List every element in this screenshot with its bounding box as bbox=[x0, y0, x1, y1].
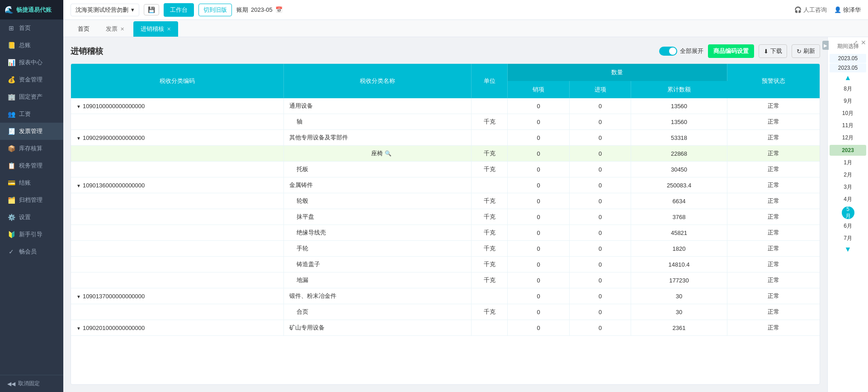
expand-icon[interactable]: ▼ bbox=[76, 326, 81, 331]
sidebar-item-funds[interactable]: 💰 资金管理 bbox=[0, 71, 63, 88]
td-code bbox=[71, 146, 284, 162]
td-jin: 0 bbox=[569, 225, 631, 241]
tab-reconcile-close-icon[interactable]: ✕ bbox=[167, 26, 171, 32]
td-total: 30 bbox=[631, 288, 727, 304]
td-total: 6634 bbox=[631, 193, 727, 209]
expand-toggle[interactable] bbox=[659, 47, 677, 56]
th-status: 预警状态 bbox=[727, 64, 820, 98]
period-display: 账期 2023-05 📅 bbox=[236, 6, 283, 14]
td-total: 30 bbox=[631, 304, 727, 320]
sidebar-item-label: 税务管理 bbox=[19, 162, 42, 170]
unpin-icon: ◀◀ bbox=[7, 381, 15, 387]
sidebar-item-label: 结账 bbox=[19, 179, 31, 187]
service-icon: 🎧 bbox=[794, 6, 802, 13]
expand-toggle-container: 全部展开 bbox=[659, 47, 703, 56]
month-item[interactable]: 12月 bbox=[830, 132, 866, 144]
sidebar-item-settlement[interactable]: 💳 结账 bbox=[0, 174, 63, 191]
download-button[interactable]: ⬇ 下载 bbox=[759, 44, 787, 58]
expand-icon[interactable]: ▼ bbox=[76, 104, 81, 109]
expand-icon[interactable]: ▼ bbox=[76, 136, 81, 141]
td-unit bbox=[472, 320, 508, 336]
td-jin: 0 bbox=[569, 257, 631, 272]
company-selector[interactable]: 沈海英测试经营勿删 ▾ bbox=[71, 4, 139, 16]
invoices-icon: 🧾 bbox=[7, 128, 15, 135]
sidebar-item-tax[interactable]: 📋 税务管理 bbox=[0, 157, 63, 174]
period-row-2[interactable]: 2023.05 bbox=[830, 63, 866, 72]
topbar-right: 🎧 人工咨询 👤 徐泽华 bbox=[794, 6, 861, 14]
month-item[interactable]: 2023 bbox=[830, 145, 866, 156]
month-item[interactable]: 2月 bbox=[830, 169, 866, 181]
sidebar-unpin-button[interactable]: ◀◀ 取消固定 bbox=[0, 375, 63, 392]
month-item[interactable]: 4月 bbox=[830, 193, 866, 206]
refresh-button[interactable]: ↻ 刷新 bbox=[792, 44, 820, 58]
month-item[interactable]: 10月 bbox=[830, 107, 866, 120]
workspace-button[interactable]: 工作台 bbox=[164, 3, 194, 17]
sidebar-item-archives[interactable]: 🗂️ 归档管理 bbox=[0, 191, 63, 209]
expand-panel-button[interactable]: ⤢ bbox=[853, 39, 858, 46]
month-item[interactable]: 1月 bbox=[830, 157, 866, 169]
sidebar-item-assets[interactable]: 🏢 固定资产 bbox=[0, 88, 63, 105]
guide-icon: 🔰 bbox=[7, 231, 15, 238]
sidebar-item-label: 归档管理 bbox=[19, 196, 42, 204]
td-xiao: 0 bbox=[508, 320, 570, 336]
sidebar-item-payroll[interactable]: 👥 工资 bbox=[0, 105, 63, 123]
tab-reconcile[interactable]: 进销稽核 ✕ bbox=[133, 21, 178, 37]
period-row-1[interactable]: 2023.05 bbox=[830, 54, 866, 63]
search-icon[interactable]: 🔍 bbox=[385, 150, 392, 157]
months-list: 8月9月10月11月12月20231月2月3月4月5月6月7月 bbox=[830, 83, 866, 244]
save-button[interactable]: 💾 bbox=[144, 4, 159, 15]
sidebar-item-guide[interactable]: 🔰 新手引导 bbox=[0, 226, 63, 243]
td-total: 177230 bbox=[631, 272, 727, 288]
month-item[interactable]: 11月 bbox=[830, 120, 866, 132]
funds-icon: 💰 bbox=[7, 76, 15, 83]
td-total: 3768 bbox=[631, 209, 727, 225]
sidebar-item-member[interactable]: ✓ 畅会员 bbox=[0, 243, 63, 260]
service-label: 人工咨询 bbox=[803, 6, 827, 14]
user-menu[interactable]: 👤 徐泽华 bbox=[834, 6, 861, 14]
month-item[interactable]: 7月 bbox=[830, 232, 866, 244]
td-unit bbox=[472, 288, 508, 304]
switch-version-button[interactable]: 切到旧版 bbox=[198, 4, 232, 16]
settlement-icon: 💳 bbox=[7, 179, 15, 186]
settings-icon: ⚙️ bbox=[7, 214, 15, 221]
month-item[interactable]: 9月 bbox=[830, 95, 866, 107]
sidebar-item-label: 畅会员 bbox=[19, 248, 37, 256]
td-jin: 0 bbox=[569, 320, 631, 336]
td-code: ▼1090136000000000000 bbox=[71, 177, 284, 193]
page-title: 进销稽核 bbox=[71, 46, 103, 57]
month-item[interactable]: 3月 bbox=[830, 181, 866, 193]
tab-invoices[interactable]: 发票 ✕ bbox=[99, 21, 132, 37]
expand-icon[interactable]: ▼ bbox=[76, 183, 81, 188]
app-logo: 🌊 畅捷通易代账 bbox=[0, 0, 63, 19]
td-unit: 千克 bbox=[472, 241, 508, 257]
product-code-button[interactable]: 商品编码设置 bbox=[708, 44, 754, 58]
months-down-arrow[interactable]: ▼ bbox=[830, 244, 866, 254]
month-item[interactable]: 5月 bbox=[842, 206, 854, 219]
unpin-label: 取消固定 bbox=[18, 380, 40, 387]
sidebar-item-reports[interactable]: 📊 报表中心 bbox=[0, 54, 63, 71]
sidebar-item-label: 首页 bbox=[19, 24, 31, 32]
sidebar-item-inventory[interactable]: 📦 库存核算 bbox=[0, 140, 63, 157]
sidebar-item-ledger[interactable]: 📒 总账 bbox=[0, 37, 63, 54]
tab-invoices-close-icon[interactable]: ✕ bbox=[120, 26, 124, 32]
tab-home[interactable]: 首页 bbox=[71, 21, 97, 37]
td-jin: 0 bbox=[569, 130, 631, 146]
sidebar-item-settings[interactable]: ⚙️ 设置 bbox=[0, 209, 63, 226]
calendar-icon[interactable]: 📅 bbox=[275, 6, 283, 13]
table-row: ▼1090137000000000000 锻件、粉末冶金件 0 0 30 正常 bbox=[71, 288, 820, 304]
months-up-arrow[interactable]: ▲ bbox=[830, 73, 866, 83]
td-code bbox=[71, 272, 284, 288]
close-panel-button[interactable]: ✕ bbox=[861, 39, 866, 46]
expand-icon[interactable]: ▼ bbox=[76, 294, 81, 299]
download-icon: ⬇ bbox=[764, 48, 769, 55]
month-item[interactable]: 8月 bbox=[830, 83, 866, 95]
service-button[interactable]: 🎧 人工咨询 bbox=[794, 6, 827, 14]
td-total: 53318 bbox=[631, 130, 727, 146]
panel-toggle-button[interactable]: ▶ bbox=[822, 41, 829, 50]
sidebar-item-invoices[interactable]: 🧾 发票管理 bbox=[0, 123, 63, 140]
td-name: 通用设备 bbox=[284, 98, 472, 114]
td-jin: 0 bbox=[569, 98, 631, 114]
sidebar-item-home[interactable]: ⊞ 首页 bbox=[0, 19, 63, 37]
td-xiao: 0 bbox=[508, 130, 570, 146]
month-item[interactable]: 6月 bbox=[830, 220, 866, 232]
